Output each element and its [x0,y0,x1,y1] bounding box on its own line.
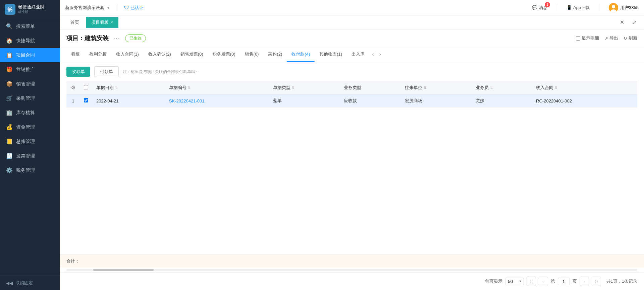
refresh-button[interactable]: ↻ 刷新 [624,35,637,41]
subtab-inout[interactable]: 出入库 [347,47,369,62]
tabbar-actions: ✕ ⤢ [617,18,639,27]
page-header-actions: 显示明细 ↗ 导出 ↻ 刷新 [576,35,637,41]
sidebar-nav: 🔍搜索菜单🏠快捷导航📋项目合同🎁营销推广📦销售管理🛒采购管理🏢库存核算💰资金管理… [0,19,60,276]
invoice-icon: 🧾 [6,153,13,159]
row-checkbox[interactable] [84,98,88,102]
sidebar-item-sales[interactable]: 📦销售管理 [0,77,60,91]
th-salesperson: 业务员⇅ [472,81,532,94]
tab-close-project-board[interactable]: × [111,20,113,25]
subtab-receipts[interactable]: 收付款(4) [287,47,315,62]
row-number-link[interactable]: SK-20220421-001 [169,98,205,103]
sidebar-item-invoice[interactable]: 🧾发票管理 [0,149,60,163]
app-download-button[interactable]: 📱 App下载 [567,5,590,11]
payments-tab-button[interactable]: 付款单 [94,66,119,77]
sort-icon[interactable]: ⇅ [115,86,118,89]
topbar-right: 💬 消息 1 📱 App下载 用户3355 [532,3,639,12]
select-all-checkbox[interactable] [84,85,88,89]
purchase-icon: 🛒 [6,95,13,101]
page-header: 项目：建筑安装 ··· 已生效 显示明细 ↗ 导出 ↻ 刷新 [60,29,644,47]
sidebar-item-finance[interactable]: 💰资金管理 [0,120,60,134]
export-icon: ↗ [604,36,608,41]
topbar: 新服务官网演示账套 ▼ 🛡 已认证 💬 消息 1 📱 App下载 [60,0,644,15]
pagination-info: 共1页，1条记录 [606,278,637,284]
topbar-divider2 [557,4,557,11]
per-page-select[interactable]: 50 100 200 [505,278,524,285]
sidebar-item-marketing[interactable]: 🎁营销推广 [0,62,60,77]
page-input[interactable] [558,278,570,285]
subtab-income-contract[interactable]: 收入合同(1) [111,47,144,62]
total-row: 合计： [60,255,644,268]
topbar-user[interactable]: 用户3355 [609,3,639,12]
sidebar-item-quick-nav[interactable]: 🏠快捷导航 [0,33,60,48]
show-detail-input[interactable] [576,36,580,41]
export-button[interactable]: ↗ 导出 [604,35,618,41]
unpin-icon: ◀◀ [6,281,13,286]
sidebar-item-tax[interactable]: ⚙️税务管理 [0,163,60,177]
table-controls: 收款单 付款单 注：这里是与项目关联的全部收付款单哦～ [60,62,644,81]
sidebar-item-project-contract[interactable]: 📋项目合同 [0,48,60,62]
subtab-other-expense[interactable]: 其他收支(1) [315,47,347,62]
subtab-tax-invoice[interactable]: 税务发票(0) [208,47,240,62]
status-badge: 已生效 [125,34,146,42]
tabbar: 首页项目看板× ✕ ⤢ [60,15,644,29]
svg-point-1 [612,5,615,8]
row-number[interactable]: SK-20220421-001 [165,94,269,107]
row-partner: 宏茂商场 [401,94,472,107]
topbar-project-name: 新服务官网演示账套 [65,5,104,11]
subtab-profit[interactable]: 盈利分析 [85,47,111,62]
messages-button[interactable]: 💬 消息 1 [532,5,547,11]
table-row[interactable]: 1 2022-04-21 SK-20220421-001 蓝单 应收款 宏茂商场… [66,94,637,107]
row-income-contract: RC-20220401-002 [532,94,637,107]
fullscreen-button[interactable]: ⤢ [629,18,639,27]
subtabs: 看板盈利分析收入合同(1)收入确认(2)销售发票(0)税务发票(0)销售(0)采… [60,47,644,62]
shield-icon: 🛡 [124,5,129,10]
sort-icon2[interactable]: ⇅ [188,86,191,89]
subtab-income-confirm[interactable]: 收入确认(2) [144,47,176,62]
prev-page-button[interactable]: ‹ [539,277,548,286]
receipts-tab-button[interactable]: 收款单 [66,67,90,77]
subtab-sales-invoice[interactable]: 销售发票(0) [176,47,208,62]
table-scrollbar[interactable] [60,268,644,272]
table-hint: 注：这里是与项目关联的全部收付款单哦～ [123,69,199,75]
subtab-board[interactable]: 看板 [66,47,85,62]
sidebar-item-purchase[interactable]: 🛒采购管理 [0,91,60,105]
th-settings[interactable]: ⚙ [66,81,80,94]
last-page-button[interactable]: ⟩⟩ [592,277,601,286]
close-window-button[interactable]: ✕ [617,18,627,27]
main-content: 新服务官网演示账套 ▼ 🛡 已认证 💬 消息 1 📱 App下载 [60,0,644,290]
page-label: 第 [551,278,555,284]
subtabs-next-button[interactable]: › [376,47,383,62]
scrollbar-thumb[interactable] [93,269,154,271]
sidebar-item-search[interactable]: 🔍搜索菜单 [0,19,60,33]
sort-icon3[interactable]: ⇅ [292,86,294,89]
per-page-label: 每页显示 [485,278,502,284]
more-options-button[interactable]: ··· [113,35,120,42]
th-number: 单据编号⇅ [165,81,269,94]
tab-project-board[interactable]: 项目看板× [86,17,118,28]
show-detail-checkbox[interactable]: 显示明细 [576,35,599,41]
tab-home[interactable]: 首页 [65,17,85,28]
marketing-icon: 🎁 [6,66,13,73]
topbar-certified: 🛡 已认证 [124,5,144,11]
th-checkbox[interactable] [80,81,92,94]
row-checkbox-cell[interactable] [80,94,92,107]
next-page-button[interactable]: › [580,277,589,286]
th-biz-type: 业务类型 [340,81,401,94]
subtabs-prev-button[interactable]: ‹ [369,47,376,62]
row-type: 蓝单 [269,94,340,107]
sidebar-item-inventory[interactable]: 🏢库存核算 [0,105,60,120]
phone-icon: 📱 [567,5,572,10]
refresh-icon: ↻ [624,36,627,41]
topbar-project[interactable]: 新服务官网演示账套 ▼ [65,5,110,11]
first-page-button[interactable]: ⟨⟨ [527,277,536,286]
sidebar-item-ledger[interactable]: 📒总账管理 [0,134,60,149]
sort-icon6[interactable]: ⇅ [555,86,557,89]
settings-icon[interactable]: ⚙ [71,85,75,90]
pagination: 每页显示 50 100 200 ⟨⟨ ‹ 第 页 › ⟩⟩ 共1页，1条记录 [60,272,644,290]
subtab-purchase[interactable]: 采购(2) [263,47,287,62]
subtab-sales[interactable]: 销售(0) [240,47,264,62]
sort-icon4[interactable]: ⇅ [424,86,426,89]
inventory-icon: 🏢 [6,110,13,116]
sidebar-unpin[interactable]: ◀◀ 取消固定 [0,276,60,290]
sort-icon5[interactable]: ⇅ [490,86,493,89]
